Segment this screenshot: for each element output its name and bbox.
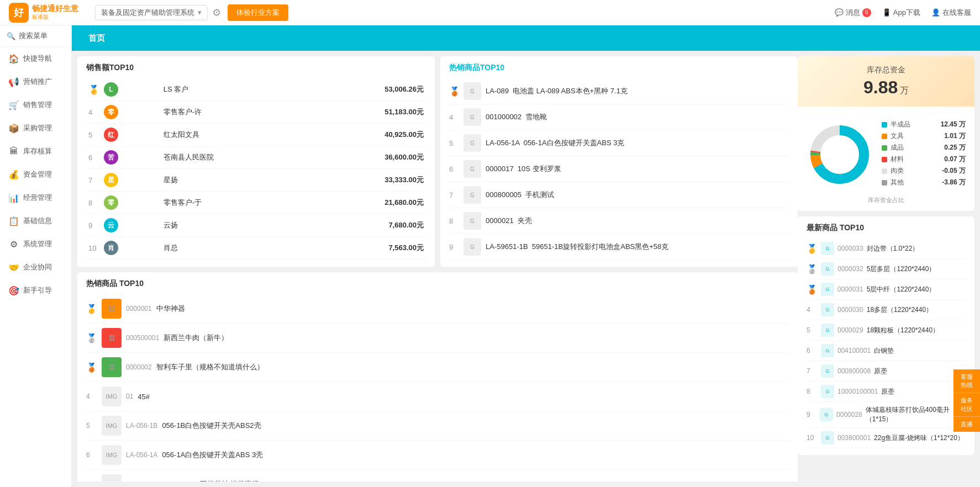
- hot-products-card: 热销商品 TOP10 🥇 🖼 0000001 中华神器 🥈 🖼 00050000…: [77, 272, 798, 481]
- inventory-header: 库存总资金 9.88 万: [798, 56, 974, 107]
- product-thumb: G: [463, 238, 481, 256]
- finance-icon: 💰: [9, 170, 19, 179]
- hot-products-title: 热销商品 TOP10: [86, 279, 789, 289]
- legend-color: [882, 145, 887, 151]
- top-bar: 好 畅捷通好生意 标准版 装备及固定资产辅助管理系统 ▾ ⚙ 体验行业方案 💬 …: [0, 0, 980, 25]
- product-thumb: G: [463, 108, 481, 126]
- system-selector[interactable]: 装备及固定资产辅助管理系统 ▾: [95, 5, 208, 20]
- table-row: 10 肖 肖总 7,563.00元: [86, 237, 426, 260]
- top-row: 销售额TOP10 🥇 L LS 客户 53,006.26元 4 零 零售客户-许…: [77, 56, 798, 267]
- list-item: 10 G 003800001 22g鱼豆腐-烧烤味（1*12*20）: [807, 428, 966, 448]
- legend-color: [882, 168, 887, 174]
- logo-text: 畅捷通好生意 标准版: [32, 4, 78, 21]
- product-thumb: G: [463, 160, 481, 178]
- sidebar-item-sales[interactable]: 🛒 销售管理: [0, 93, 71, 117]
- legend-color: [882, 134, 887, 139]
- sidebar-item-collab[interactable]: 🤝 企业协同: [0, 256, 71, 279]
- product-thumbnail: G: [821, 344, 834, 357]
- sidebar-item-purchase[interactable]: 📦 采购管理: [0, 117, 71, 140]
- sidebar-item-operations[interactable]: 📊 经营管理: [0, 186, 71, 209]
- list-item: 8 G 10000100001 原垄: [807, 382, 966, 402]
- purchase-icon: 📦: [9, 123, 19, 133]
- page-body: 销售额TOP10 🥇 L LS 客户 53,006.26元 4 零 零售客户-许…: [72, 51, 980, 487]
- product-thumbnail: IMG: [102, 416, 122, 436]
- home-tab[interactable]: 首页: [83, 33, 110, 44]
- list-item: 5 IMG LA-056-1B 056-1B白色按键开关壳ABS2壳: [86, 411, 789, 441]
- cs-hotline-button[interactable]: 客服热线: [953, 369, 980, 393]
- list-item: 4 G 001000002 雪地靴: [449, 104, 789, 130]
- ops-icon: 📊: [9, 193, 19, 203]
- newest-products-card: 最新商品 TOP10 🥇 G 0000033 封边带（1.0*22） 🥈 G 0…: [798, 216, 974, 455]
- cs-community-button[interactable]: 服务社区: [953, 393, 980, 417]
- phone-icon: 📱: [882, 8, 891, 17]
- product-thumbnail: G: [821, 431, 834, 444]
- legend-color: [882, 157, 887, 162]
- list-item: 7 G 000800008 原垄: [807, 361, 966, 382]
- product-thumbnail: G: [821, 364, 834, 378]
- product-thumbnail: 🖼: [102, 357, 122, 377]
- list-item: 🥇 G 0000033 封边带（1.0*22）: [807, 239, 966, 259]
- inventory-card: 库存总资金 9.88 万: [798, 56, 974, 211]
- sidebar: 🔍 搜索菜单 🏠 快捷导航 📢 营销推广 🛒 销售管理 📦 采购管理 🏛: [0, 25, 72, 487]
- sales-icon: 🛒: [9, 100, 19, 110]
- legend-item: 半成品 12.45 万: [882, 120, 966, 129]
- chevron-down-icon: ▾: [198, 8, 202, 17]
- table-row: 5 红 红太阳文具 40,925.00元: [86, 124, 426, 146]
- product-thumbnail: G: [820, 408, 833, 421]
- sidebar-item-quick-nav[interactable]: 🏠 快捷导航: [0, 47, 71, 70]
- product-thumbnail: IMG: [102, 474, 122, 481]
- sidebar-item-basic-info[interactable]: 📋 基础信息: [0, 209, 71, 232]
- left-column: 销售额TOP10 🥇 L LS 客户 53,006.26元 4 零 零售客户-许…: [77, 56, 798, 481]
- product-thumbnail: G: [821, 324, 834, 337]
- table-row: 4 零 零售客户-许 51,183.00元: [86, 101, 426, 124]
- sidebar-item-finance[interactable]: 💰 资金管理: [0, 163, 71, 186]
- table-row: 7 星 星扬 33,333.00元: [86, 169, 426, 192]
- settings-icon[interactable]: ⚙: [212, 7, 221, 19]
- home-icon: 🏠: [9, 54, 19, 63]
- legend-item: 文具 1.01 万: [882, 131, 966, 141]
- product-thumbnail: IMG: [102, 387, 122, 406]
- table-row: 9 云 云扬 7,680.00元: [86, 214, 426, 237]
- legend-color: [882, 180, 887, 186]
- sidebar-item-inventory[interactable]: 🏛 库存核算: [0, 140, 71, 163]
- list-item: 9 G 0000028 体城嘉枝味苏打饮品400毫升（1*15）: [807, 402, 966, 428]
- service-icon: 👤: [931, 8, 940, 17]
- trial-button[interactable]: 体验行业方案: [228, 4, 288, 21]
- product-thumbnail: G: [821, 262, 834, 276]
- app-download-button[interactable]: 📱 App下载: [882, 8, 920, 18]
- basic-info-icon: 📋: [9, 216, 19, 226]
- list-item: 🥈 G 0000032 5层多层（1220*2440）: [807, 259, 966, 279]
- logo-icon: 好: [9, 3, 29, 23]
- table-row: 🥇 L LS 客户 53,006.26元: [86, 78, 426, 101]
- search-icon: 🔍: [7, 32, 15, 40]
- sidebar-item-system[interactable]: ⚙ 系统管理: [0, 232, 71, 256]
- legend-item: 其他 -3.86 万: [882, 178, 966, 187]
- top-products-right-card: 热销商品TOP10 🥉 G LA-089 电池盖 LA-089 ABS本色+黑种…: [440, 56, 798, 267]
- product-thumb: G: [463, 82, 481, 100]
- product-thumb: G: [463, 186, 481, 204]
- product-thumbnail: G: [821, 303, 834, 316]
- cs-float: 客服热线 服务社区 直播: [953, 369, 980, 432]
- list-item: 🥉 G LA-089 电池盖 LA-089 ABS本色+黑种 7.1克: [449, 78, 789, 104]
- newest-products-title: 最新商品 TOP10: [807, 223, 966, 233]
- list-item: 8 G 0000021 夹壳: [449, 208, 789, 234]
- messages-button[interactable]: 💬 消息 6: [835, 8, 871, 18]
- sidebar-item-marketing[interactable]: 📢 营销推广: [0, 70, 71, 93]
- collab-icon: 🤝: [9, 262, 19, 272]
- inventory-legend: 半成品 12.45 万 文具 1.01 万 成品 0.25 万 材料 0.07 …: [882, 120, 966, 189]
- product-thumbnail: 🖼: [102, 299, 122, 319]
- svg-point-5: [825, 140, 854, 169]
- inventory-icon: 🏛: [9, 146, 19, 156]
- product-thumbnail: 🖼: [102, 328, 122, 348]
- online-service-button[interactable]: 👤 在线客服: [931, 8, 971, 18]
- table-row: 8 零 零售客户-于 21,680.00元: [86, 192, 426, 214]
- list-item: 6 G 004100001 白钢垫: [807, 341, 966, 361]
- legend-item: 肉类 -0.05 万: [882, 166, 966, 176]
- sidebar-item-beginner[interactable]: 🎯 新手引导: [0, 279, 71, 302]
- top-right-actions: 💬 消息 6 📱 App下载 👤 在线客服: [835, 8, 971, 18]
- cs-live-button[interactable]: 直播: [953, 417, 980, 432]
- search-menu[interactable]: 🔍 搜索菜单: [0, 25, 71, 47]
- list-item: 5 G 0000029 18颗粒板（1220*2440）: [807, 320, 966, 341]
- main-content: 首页 销售额TOP10 🥇 L LS 客: [72, 25, 980, 487]
- top-customers-title: 销售额TOP10: [86, 63, 426, 73]
